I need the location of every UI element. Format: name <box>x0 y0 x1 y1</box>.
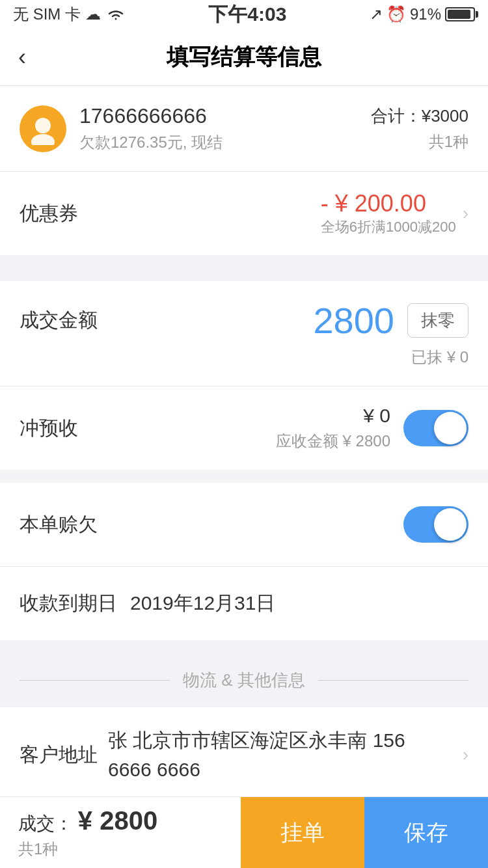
battery-percent: 91% <box>410 5 441 23</box>
coupon-right: - ¥ 200.00 全场6折满1000减200 › <box>321 190 468 237</box>
amount-row: 成交金额 2800 抹零 <box>20 299 468 342</box>
prepay-amount-wrap: ¥ 0 应收金额 ¥ 2800 <box>276 405 390 452</box>
svg-point-0 <box>35 118 51 133</box>
bottom-summary: 成交： ¥ 2800 共1种 <box>0 806 241 860</box>
nav-bar: ‹ 填写结算等信息 <box>0 29 488 86</box>
bottom-bar: 成交： ¥ 2800 共1种 挂单 保存 <box>0 796 488 868</box>
toggle-knob <box>434 412 467 444</box>
logistics-divider: 物流 & 其他信息 <box>0 653 488 707</box>
address-chevron-icon: › <box>463 744 468 765</box>
user-left: 17666666666 欠款1276.35元, 现结 <box>20 104 223 153</box>
bottom-deal-label: 成交： <box>18 813 73 834</box>
logistics-line-right <box>318 680 468 681</box>
gray-separator-1 <box>0 268 488 281</box>
user-info: 17666666666 欠款1276.35元, 现结 <box>79 104 223 153</box>
prepay-toggle[interactable] <box>403 410 468 446</box>
coupon-discount: - ¥ 200.00 <box>321 190 456 217</box>
status-time: 下午4:03 <box>208 1 286 28</box>
prepay-right: ¥ 0 应收金额 ¥ 2800 <box>276 405 468 452</box>
round-button[interactable]: 抹零 <box>407 303 468 338</box>
amount-label: 成交金额 <box>20 307 98 334</box>
user-row: 17666666666 欠款1276.35元, 现结 合计：¥3000 共1种 <box>0 86 488 172</box>
avatar <box>20 105 66 152</box>
gray-separator-2 <box>0 470 488 483</box>
date-label: 收款到期日 <box>20 590 117 617</box>
alarm-icon: ⏰ <box>386 5 406 23</box>
address-value: 张 北京市市辖区海淀区永丰南 156 6666 6666 <box>98 726 463 784</box>
prepay-amount: ¥ 0 <box>276 405 390 427</box>
gray-separator-3 <box>0 640 488 653</box>
svg-point-1 <box>31 134 55 145</box>
status-right: ↗ ⏰ 91% <box>370 5 475 23</box>
bottom-count: 共1种 <box>18 839 223 860</box>
coupon-label: 优惠券 <box>20 200 78 227</box>
date-row: 收款到期日 2019年12月31日 <box>0 566 488 640</box>
sim-text: 无 SIM 卡 ☁ <box>13 4 101 25</box>
back-button[interactable]: ‹ <box>18 44 26 71</box>
debt-toggle-knob <box>434 508 467 541</box>
total-label: 合计：¥3000 <box>371 105 468 128</box>
date-value: 2019年12月31日 <box>130 590 275 617</box>
debt-label: 本单赊欠 <box>20 511 98 538</box>
user-info-card: 17666666666 欠款1276.35元, 现结 合计：¥3000 共1种 … <box>0 86 488 255</box>
status-bar: 无 SIM 卡 ☁ 下午4:03 ↗ ⏰ 91% <box>0 0 488 29</box>
amount-sub: 已抹 ¥ 0 <box>20 347 468 368</box>
hang-button[interactable]: 挂单 <box>241 797 364 869</box>
logistics-line-left <box>20 680 170 681</box>
page-title: 填写结算等信息 <box>167 42 321 72</box>
coupon-row[interactable]: 优惠券 - ¥ 200.00 全场6折满1000减200 › <box>0 172 488 255</box>
amount-number: 2800 <box>313 299 394 342</box>
content: 17666666666 欠款1276.35元, 现结 合计：¥3000 共1种 … <box>0 86 488 868</box>
address-label: 客户地址 <box>20 742 98 768</box>
amount-value-wrap: 2800 抹零 <box>313 299 468 342</box>
chevron-right-icon: › <box>463 203 468 224</box>
coupon-desc: 全场6折满1000减200 <box>321 217 456 237</box>
bottom-deal-row: 成交： ¥ 2800 <box>18 806 223 836</box>
phone-number: 17666666666 <box>79 104 223 128</box>
debt-toggle[interactable] <box>403 506 468 543</box>
prepay-sub: 应收金额 ¥ 2800 <box>276 431 390 452</box>
prepay-row: 冲预收 ¥ 0 应收金额 ¥ 2800 <box>0 387 488 470</box>
logistics-label: 物流 & 其他信息 <box>183 669 305 692</box>
wifi-icon <box>106 7 126 21</box>
total-count: 共1种 <box>371 131 468 152</box>
amount-section: 成交金额 2800 抹零 已抹 ¥ 0 <box>0 281 488 387</box>
debt-row: 本单赊欠 <box>0 483 488 566</box>
bottom-amount: ¥ 2800 <box>78 806 157 835</box>
debt-info: 欠款1276.35元, 现结 <box>79 132 223 153</box>
battery-icon <box>445 7 475 21</box>
status-left: 无 SIM 卡 ☁ <box>13 4 126 25</box>
user-right: 合计：¥3000 共1种 <box>371 105 468 152</box>
address-row[interactable]: 客户地址 张 北京市市辖区海淀区永丰南 156 6666 6666 › <box>0 707 488 802</box>
save-button[interactable]: 保存 <box>364 797 488 869</box>
prepay-label: 冲预收 <box>20 415 78 442</box>
location-icon: ↗ <box>370 5 383 23</box>
